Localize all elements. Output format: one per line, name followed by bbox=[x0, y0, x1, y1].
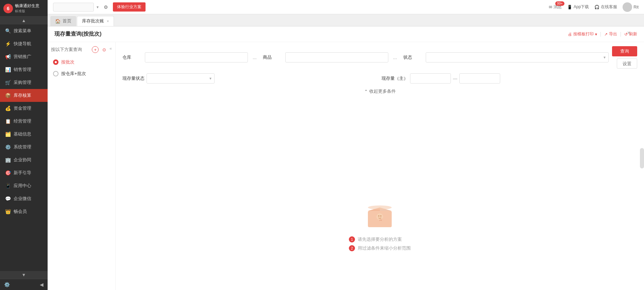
app-download-action[interactable]: 📱 App下载 bbox=[567, 4, 589, 10]
nav-icon-basics: 🗂️ bbox=[5, 131, 11, 137]
topbar-chevron-icon[interactable]: ▾ bbox=[97, 5, 99, 10]
collapse-label: 收起更多条件 bbox=[369, 88, 396, 94]
stock-status-label: 现存量状态 bbox=[122, 75, 145, 81]
nav-icon-search-menu: 🔍 bbox=[5, 28, 11, 34]
nav-icon-system: ⚙️ bbox=[5, 144, 11, 150]
sidebar-item-apps[interactable]: 📱 应用中心 bbox=[0, 179, 48, 192]
sidebar-nav: 🔍 搜索菜单 ⚡ 快捷导航 📢 营销推广 📊 销售管理 🛒 采购管理 📦 库存核… bbox=[0, 24, 48, 271]
sidebar-item-purchase[interactable]: 🛒 采购管理 bbox=[0, 76, 48, 89]
sidebar-footer: ⚙️ ◀ bbox=[0, 279, 48, 290]
scheme-add-btn[interactable]: + bbox=[92, 46, 99, 53]
sidebar-item-newbie[interactable]: 🎯 新手引导 bbox=[0, 166, 48, 179]
tab-home-label: 首页 bbox=[63, 18, 71, 24]
sidebar-item-basics[interactable]: 🗂️ 基础信息 bbox=[0, 128, 48, 141]
right-scrollbar[interactable] bbox=[640, 148, 644, 168]
nav-label-system: 系统管理 bbox=[14, 144, 31, 150]
sidebar-item-wechat[interactable]: 💬 企业微信 bbox=[0, 192, 48, 205]
scheme-collapse-btn[interactable]: « bbox=[109, 46, 112, 53]
sidebar-item-system[interactable]: ⚙️ 系统管理 bbox=[0, 141, 48, 153]
stock-status-arrow: ▾ bbox=[209, 76, 211, 81]
sidebar-item-quick-nav[interactable]: ⚡ 快捷导航 bbox=[0, 37, 48, 50]
app-edition: 标准版 bbox=[15, 9, 39, 14]
topbar-gear-icon[interactable]: ⚙ bbox=[101, 3, 110, 12]
sidebar-item-operations[interactable]: 📋 经营管理 bbox=[0, 115, 48, 128]
sidebar-header: 6 畅康通好生意 标准版 bbox=[0, 0, 48, 17]
status-select-arrow: ▾ bbox=[604, 55, 606, 60]
scheme-radio-by-warehouse-batch bbox=[53, 71, 58, 76]
hint-text-1: 请先选择要分析的方案 bbox=[358, 236, 402, 242]
nav-icon-inventory: 📦 bbox=[5, 92, 11, 98]
nav-label-member: 畅会员 bbox=[14, 209, 27, 215]
sidebar-scroll-up[interactable]: ▲ bbox=[0, 17, 48, 24]
query-setting-col: 查询 设置 bbox=[612, 46, 637, 69]
status-select[interactable]: ▾ bbox=[426, 52, 609, 62]
product-label: 商品 bbox=[263, 54, 283, 60]
close-panel-btn[interactable]: × bbox=[627, 30, 630, 36]
user-profile[interactable]: Rit bbox=[623, 2, 639, 12]
scheme-item-by-warehouse-batch[interactable]: 按仓库+批次 bbox=[51, 68, 112, 79]
nav-label-operations: 经营管理 bbox=[14, 118, 31, 124]
scheme-label-by-batch: 按批次 bbox=[61, 59, 74, 65]
messages-badge: 99+ bbox=[555, 1, 564, 6]
phone-icon: 📱 bbox=[567, 5, 572, 10]
query-btn[interactable]: 查询 bbox=[612, 46, 637, 56]
stock-quantity-label: 现存量（主） bbox=[382, 75, 408, 81]
settings-btn[interactable]: 设置 bbox=[617, 58, 637, 69]
scheme-item-by-batch[interactable]: 按批次 bbox=[51, 56, 112, 68]
nav-icon-sales: 📊 bbox=[5, 67, 11, 73]
sidebar-item-member[interactable]: 👑 畅会员 bbox=[0, 205, 48, 218]
tab-inventory-batch-label: 库存批次账 bbox=[82, 18, 104, 24]
tab-close-icon[interactable]: × bbox=[107, 19, 109, 23]
nav-icon-newbie: 🎯 bbox=[5, 170, 11, 176]
nav-label-quick-nav: 快捷导航 bbox=[14, 41, 31, 47]
page-title: 现存量查询(按批次) bbox=[54, 31, 102, 38]
svg-point-4 bbox=[378, 215, 379, 217]
scheme-panel: 按以下方案查询 + ⊙ « 按批次 按仓库+批次 bbox=[48, 42, 116, 290]
filter-collapse-btn[interactable]: ⌃ 收起更多条件 bbox=[122, 88, 637, 94]
sidebar-item-search-menu[interactable]: 🔍 搜索菜单 bbox=[0, 24, 48, 37]
stock-quantity-from[interactable] bbox=[410, 73, 451, 84]
nav-label-sales: 销售管理 bbox=[14, 67, 31, 73]
svg-point-3 bbox=[376, 213, 383, 220]
hint-num-2: 2 bbox=[349, 245, 355, 251]
print-btn[interactable]: 🖨 按模板打印 ▾ bbox=[568, 31, 597, 37]
tab-home[interactable]: 🏠 首页 bbox=[50, 16, 76, 26]
page-header-actions: 🖨 按模板打印 ▾ ↗ 导出 ↺ 刷新 bbox=[568, 31, 637, 37]
sidebar-item-sales[interactable]: 📊 销售管理 bbox=[0, 63, 48, 76]
nav-label-finance: 资金管理 bbox=[14, 105, 31, 111]
sidebar-collapse-icon[interactable]: ◀ bbox=[40, 282, 44, 287]
nav-icon-apps: 📱 bbox=[5, 183, 11, 189]
topbar-right: ✉ 消息 99+ 📱 App下载 🎧 在线客服 Rit bbox=[549, 2, 639, 12]
app-info: 畅康通好生意 标准版 bbox=[15, 3, 39, 14]
sidebar-item-finance[interactable]: 💰 资金管理 bbox=[0, 102, 48, 115]
empty-illustration: ★ bbox=[363, 196, 397, 230]
online-service-action[interactable]: 🎧 在线客服 bbox=[594, 4, 617, 10]
sidebar-item-marketing[interactable]: 📢 营销推广 bbox=[0, 50, 48, 63]
collapse-up-icon: ⌃ bbox=[364, 89, 368, 94]
product-dots-btn[interactable]: ... bbox=[390, 53, 400, 62]
topbar-search-input[interactable] bbox=[53, 3, 94, 12]
nav-label-search-menu: 搜索菜单 bbox=[14, 28, 31, 34]
export-btn[interactable]: ↗ 导出 bbox=[604, 31, 617, 37]
refresh-btn[interactable]: ↺ 刷新 bbox=[624, 31, 637, 37]
scheme-gear-btn[interactable]: ⊙ bbox=[101, 46, 107, 53]
sidebar-item-inventory[interactable]: 📦 库存核算 bbox=[0, 89, 48, 102]
nav-icon-quick-nav: ⚡ bbox=[5, 41, 11, 47]
print-dropdown-icon[interactable]: ▾ bbox=[595, 32, 597, 37]
sidebar-settings-icon[interactable]: ⚙️ bbox=[4, 282, 10, 287]
sidebar-scroll-down[interactable]: ▼ bbox=[0, 271, 48, 279]
nav-label-enterprise: 企业协同 bbox=[14, 157, 31, 163]
username-label: Rit bbox=[633, 5, 639, 10]
tab-inventory-batch[interactable]: 库存批次账 × bbox=[77, 16, 114, 26]
page-header: 现存量查询(按批次) 🖨 按模板打印 ▾ ↗ 导出 ↺ 刷 bbox=[48, 26, 644, 42]
sidebar-item-enterprise[interactable]: 🏢 企业协同 bbox=[0, 153, 48, 166]
warehouse-input[interactable] bbox=[145, 52, 248, 62]
empty-hint-2: 2 用过滤条件来缩小分析范围 bbox=[349, 245, 411, 251]
stock-quantity-to[interactable] bbox=[459, 73, 500, 84]
messages-action[interactable]: ✉ 消息 99+ bbox=[549, 4, 562, 10]
stock-status-select[interactable]: ▾ bbox=[147, 73, 215, 84]
product-input[interactable] bbox=[285, 52, 388, 62]
home-icon: 🏠 bbox=[55, 19, 61, 24]
warehouse-dots-btn[interactable]: ... bbox=[250, 53, 259, 62]
experience-btn[interactable]: 体验行业方案 bbox=[113, 2, 146, 12]
